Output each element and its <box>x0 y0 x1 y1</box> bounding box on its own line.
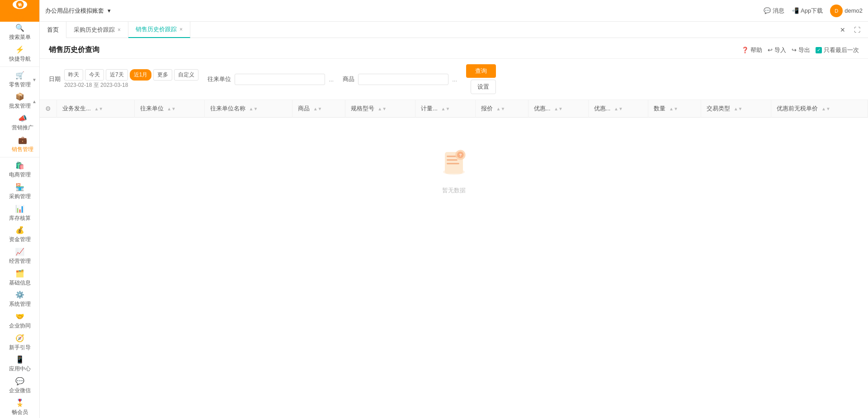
sidebar-item-collab[interactable]: 🤝 企业协同 <box>0 310 39 332</box>
inventory-icon: 📊 <box>15 204 24 213</box>
sidebar-item-guide[interactable]: 🧭 新手引导 <box>0 332 39 353</box>
maximize-button[interactable]: ⛶ <box>852 24 863 35</box>
import-button[interactable]: ↩ 导入 <box>768 46 786 54</box>
date-btn-custom[interactable]: 自定义 <box>174 69 198 81</box>
app-logo: 畅 畅捷通好生意 标准版 <box>0 0 39 22</box>
sidebar-label-member: 畅会员 <box>12 408 28 416</box>
sidebar-label-marketing: 营销推广 <box>12 124 33 132</box>
sidebar-item-marketing[interactable]: 📣 营销推广 <box>0 112 39 134</box>
th-trade-type-label: 交易类型 <box>707 105 730 112</box>
app-icon: 📱 <box>15 355 24 364</box>
topbar-right: 💬 消息 📲 App下载 D demo2 <box>764 5 863 17</box>
th-trade-type: 交易类型 ▲▼ <box>701 100 771 118</box>
app-name: 畅捷通好生意 <box>6 11 33 14</box>
th-partner-name: 往来单位名称 ▲▼ <box>204 100 292 118</box>
sidebar-item-appstore[interactable]: 📱 应用中心 <box>0 353 39 375</box>
partner-filter-label: 往来单位 <box>208 75 231 83</box>
app-tagline: 标准版 <box>13 15 27 22</box>
sidebar-item-wechat[interactable]: 💬 企业微信 <box>0 375 39 397</box>
th-discount1-label: 优惠... <box>534 105 551 112</box>
sidebar-item-wholesale[interactable]: 📦 批发管理 ▲ <box>0 90 39 112</box>
product-filter-input[interactable] <box>358 74 448 85</box>
sort-arrows-spec[interactable]: ▲▼ <box>377 106 387 111</box>
sidebar-item-search[interactable]: 🔍 搜索菜单 <box>0 22 39 43</box>
th-pretax-price: 优惠前无税单价 ▲▼ <box>771 100 868 118</box>
gear-icon[interactable]: ⚙ <box>45 105 51 112</box>
retail-icon: 🛒 <box>15 71 24 80</box>
sort-arrows-trade[interactable]: ▲▼ <box>734 106 743 111</box>
basic-icon: 🗂️ <box>15 269 24 278</box>
sort-arrows-product[interactable]: ▲▼ <box>313 106 322 111</box>
tab-sales[interactable]: 销售历史价跟踪 × <box>128 22 190 38</box>
only-last-checkbox-wrap[interactable]: 只看最后一次 <box>816 46 859 54</box>
date-btn-7days[interactable]: 近7天 <box>106 69 128 81</box>
help-button[interactable]: ❓ 帮助 <box>741 46 762 54</box>
setting-button[interactable]: 设置 <box>471 80 496 94</box>
only-last-checkbox[interactable] <box>816 47 822 53</box>
sort-arrows-date[interactable]: ▲▼ <box>94 106 103 111</box>
sidebar-item-system[interactable]: ⚙️ 系统管理 <box>0 289 39 310</box>
sidebar-item-purchase[interactable]: 🏪 采购管理 <box>0 181 39 203</box>
app-download-button[interactable]: 📲 App下载 <box>792 7 823 15</box>
sidebar-item-member[interactable]: 🎖️ 畅会员 <box>0 396 39 418</box>
date-btn-today[interactable]: 今天 <box>85 69 104 81</box>
date-btn-1month[interactable]: 近1月 <box>130 69 152 81</box>
product-picker-icon[interactable]: ... <box>452 76 457 83</box>
sidebar-label-sales: 销售管理 <box>12 146 33 153</box>
sidebar-divider-2 <box>0 157 39 157</box>
sidebar-label-system: 系统管理 <box>9 300 31 308</box>
th-settings: ⚙ <box>40 100 57 118</box>
marketing-icon: 📣 <box>18 114 27 123</box>
sidebar-item-sales[interactable]: 💼 销售管理 <box>0 133 39 155</box>
tab-sales-close[interactable]: × <box>179 26 183 33</box>
query-button[interactable]: 查询 <box>466 64 496 78</box>
workspace-dropdown[interactable]: ▾ <box>108 7 111 14</box>
sidebar-item-inventory[interactable]: 📊 库存核算 <box>0 202 39 224</box>
content-area: ⚙ 业务发生... ▲▼ 往来单位 ▲▼ 往来单位名称 <box>40 100 868 418</box>
tab-purchase[interactable]: 采购历史价跟踪 × <box>66 22 128 38</box>
th-spec-label: 规格型号 <box>351 105 374 112</box>
sort-arrows-qty[interactable]: ▲▼ <box>669 106 678 111</box>
empty-illustration: ? <box>436 145 472 181</box>
tab-home-label: 首页 <box>47 26 59 34</box>
date-filter-label: 日期 <box>49 75 61 83</box>
sidebar-item-retail[interactable]: 🛒 零售管理 ▼ <box>0 69 39 90</box>
sort-arrows-disc1[interactable]: ▲▼ <box>554 106 563 111</box>
tabbar: 首页 采购历史价跟踪 × 销售历史价跟踪 × ✕ ⛶ <box>40 22 868 38</box>
partner-filter-input[interactable] <box>235 74 325 85</box>
sort-arrows-disc2[interactable]: ▲▼ <box>614 106 623 111</box>
sort-arrows-unit[interactable]: ▲▼ <box>441 106 450 111</box>
finance-icon: 💰 <box>15 226 24 234</box>
product-filter-label: 商品 <box>343 75 354 83</box>
th-pretax-price-label: 优惠前无税单价 <box>777 105 818 112</box>
sort-arrows-partner-name[interactable]: ▲▼ <box>249 106 258 111</box>
message-button[interactable]: 💬 消息 <box>764 7 784 15</box>
tab-sales-label: 销售历史价跟踪 <box>136 25 177 33</box>
sort-arrows-partner[interactable]: ▲▼ <box>167 106 176 111</box>
user-menu[interactable]: D demo2 <box>830 5 863 17</box>
svg-rect-6 <box>447 163 459 164</box>
sidebar-item-quicknav[interactable]: ⚡ 快捷导航 <box>0 43 39 65</box>
th-product: 商品 ▲▼ <box>292 100 345 118</box>
sales-icon: 💼 <box>18 136 27 144</box>
export-button[interactable]: ↪ 导出 <box>792 46 810 54</box>
sidebar-label-finance: 资金管理 <box>9 236 31 243</box>
tab-purchase-close[interactable]: × <box>118 27 121 33</box>
sidebar-label-quicknav: 快捷导航 <box>9 55 31 63</box>
avatar: D <box>830 5 843 17</box>
sidebar-item-ecom[interactable]: 🛍️ 电商管理 <box>0 159 39 181</box>
sidebar-item-basic[interactable]: 🗂️ 基础信息 <box>0 267 39 289</box>
sidebar-item-finance[interactable]: 💰 资金管理 <box>0 224 39 246</box>
partner-picker-icon[interactable]: ... <box>329 76 334 83</box>
close-window-button[interactable]: ✕ <box>837 24 848 35</box>
sort-arrows-pretax[interactable]: ▲▼ <box>821 106 830 111</box>
tab-home[interactable]: 首页 <box>40 22 66 38</box>
date-filter-col: 昨天 今天 近7天 近1月 更多 自定义 2023-02-18 至 2023-0… <box>64 69 198 89</box>
sort-arrows-price[interactable]: ▲▼ <box>496 106 505 111</box>
nav-icon: ⚡ <box>15 45 24 54</box>
sidebar-item-business[interactable]: 📈 经营管理 <box>0 246 39 267</box>
ecom-icon: 🛍️ <box>15 161 24 170</box>
date-btn-yesterday[interactable]: 昨天 <box>64 69 83 81</box>
th-partner-code-label: 往来单位 <box>140 105 164 112</box>
date-btn-more[interactable]: 更多 <box>153 69 172 81</box>
